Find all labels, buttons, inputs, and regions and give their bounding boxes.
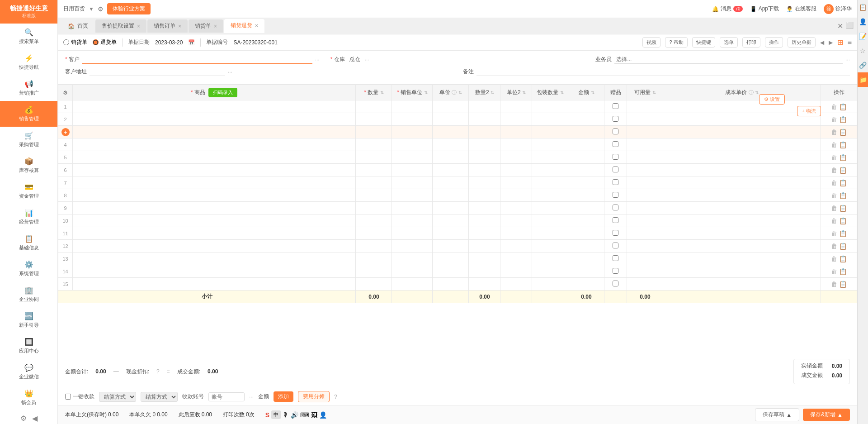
- fee-split-btn[interactable]: 费用分摊: [298, 391, 330, 402]
- tab-sales[interactable]: 销货单 ×: [189, 19, 223, 33]
- copy-row-9[interactable]: 📋: [839, 205, 847, 212]
- one-click-label[interactable]: 一键收款: [65, 393, 94, 400]
- list-icon[interactable]: ≡: [848, 38, 852, 47]
- sidebar-item-inventory[interactable]: 📦 库存核算: [0, 152, 57, 178]
- gift-check-9[interactable]: [613, 205, 618, 210]
- help-btn[interactable]: ? 帮助: [665, 37, 687, 48]
- gift-check-11[interactable]: [613, 230, 618, 236]
- task4-icon[interactable]: 🖼: [311, 411, 317, 419]
- right-icon-5[interactable]: 🔗: [857, 58, 868, 72]
- topbar-settings-icon[interactable]: ⚙: [98, 5, 104, 13]
- copy-row-15[interactable]: 📋: [839, 281, 847, 288]
- delete-row-8[interactable]: 🗑: [831, 192, 837, 199]
- prev-icon[interactable]: ◀: [820, 39, 824, 46]
- trial-btn[interactable]: 体验行业方案: [107, 3, 151, 14]
- tab-close-sales[interactable]: ×: [214, 23, 217, 29]
- gift-check-10[interactable]: [613, 217, 618, 223]
- sidebar-item-weixin[interactable]: 💬 企业微信: [0, 359, 57, 385]
- radio-return[interactable]: 退货单: [93, 38, 117, 46]
- calc-method-select[interactable]: 结算方式: [141, 392, 178, 402]
- copy-row-6[interactable]: 📋: [839, 167, 847, 174]
- customer-input[interactable]: [82, 55, 312, 64]
- delete-row-6[interactable]: 🗑: [831, 167, 837, 174]
- settings-icon[interactable]: ⚙: [20, 414, 27, 423]
- sidebar-item-shortcut[interactable]: ⚡ 快捷导航: [0, 49, 57, 75]
- video-btn[interactable]: 视频: [642, 37, 660, 48]
- gift-check-15[interactable]: [613, 281, 618, 286]
- app-download-btn[interactable]: 📱 App下载: [750, 5, 779, 13]
- delete-row-11[interactable]: 🗑: [831, 230, 837, 237]
- sidebar-item-finance[interactable]: 💳 资金管理: [0, 178, 57, 204]
- copy-row-11[interactable]: 📋: [839, 230, 847, 237]
- gift-check-13[interactable]: [613, 255, 618, 261]
- task1-icon[interactable]: 🎙: [283, 411, 289, 419]
- task3-icon[interactable]: ⌨: [300, 411, 309, 419]
- window-close-btn[interactable]: ✕: [837, 22, 843, 30]
- payment-method-select[interactable]: 结算方式: [99, 392, 136, 402]
- delete-row-13[interactable]: 🗑: [831, 255, 837, 262]
- delete-row-10[interactable]: 🗑: [831, 217, 837, 224]
- tab-sales-order[interactable]: 销售订单 ×: [147, 19, 188, 33]
- pinyin-icon[interactable]: 中: [271, 410, 281, 419]
- remark-input[interactable]: [476, 67, 850, 76]
- account-select-btn[interactable]: ···: [249, 394, 254, 400]
- tab-close-sales-order[interactable]: ×: [178, 23, 181, 29]
- copy-row-4[interactable]: 📋: [839, 141, 847, 148]
- tab-close-price[interactable]: ×: [137, 23, 140, 29]
- gift-check-3[interactable]: [613, 129, 618, 134]
- gift-check-7[interactable]: [613, 179, 618, 185]
- delete-row-15[interactable]: 🗑: [831, 281, 837, 288]
- grid-icon[interactable]: ⊞: [837, 38, 843, 47]
- address-select-btn[interactable]: ···: [228, 69, 232, 75]
- one-click-check[interactable]: [65, 394, 71, 400]
- right-icon-6[interactable]: 📁: [858, 72, 868, 87]
- tab-close-return[interactable]: ×: [255, 23, 258, 29]
- fee-help-icon[interactable]: ?: [334, 394, 337, 400]
- gift-check-14[interactable]: [613, 268, 618, 274]
- operate-btn[interactable]: 操作: [765, 37, 783, 48]
- save-draft-btn[interactable]: 保存草稿 ▲: [755, 408, 799, 421]
- sidebar-item-operations[interactable]: 📊 经营管理: [0, 204, 57, 230]
- product-input-3[interactable]: [75, 129, 353, 135]
- tab-home[interactable]: 🏠 首页: [61, 19, 94, 33]
- tab-price-settings[interactable]: 售价提取设置 ×: [95, 19, 146, 33]
- logistics-btn[interactable]: + 物流: [797, 106, 821, 116]
- sidebar-item-sales[interactable]: 💰 销售管理: [0, 101, 57, 127]
- gift-check-4[interactable]: [613, 141, 618, 147]
- window-max-btn[interactable]: ⬜: [846, 22, 854, 30]
- sidebar-item-search[interactable]: 🔍 搜索菜单: [0, 24, 57, 49]
- task2-icon[interactable]: 🔊: [291, 411, 298, 419]
- delete-row-14[interactable]: 🗑: [831, 268, 837, 275]
- gift-check-1[interactable]: [613, 103, 618, 109]
- copy-row-1[interactable]: 📋: [839, 103, 847, 110]
- sidebar-item-guide[interactable]: 🆕 新手引导: [0, 307, 57, 333]
- save-new-btn[interactable]: 保存&新增 ▲: [803, 409, 850, 421]
- gift-check-2[interactable]: [613, 116, 618, 122]
- sidebar-item-basics[interactable]: 📋 基础信息: [0, 230, 57, 256]
- delete-row-2[interactable]: 🗑: [831, 116, 837, 123]
- sidebar-item-apps[interactable]: 🔲 应用中心: [0, 333, 57, 359]
- shortcut-btn[interactable]: 快捷键: [692, 37, 715, 48]
- delete-row-9[interactable]: 🗑: [831, 205, 837, 212]
- history-btn[interactable]: 历史单据: [788, 37, 816, 48]
- date-value[interactable]: 2023-03-20: [155, 39, 183, 46]
- delete-row-12[interactable]: 🗑: [831, 243, 837, 250]
- copy-row-14[interactable]: 📋: [839, 268, 847, 275]
- sidebar-item-marketing[interactable]: 📢 营销推广: [0, 75, 57, 101]
- copy-row-2[interactable]: 📋: [839, 116, 847, 123]
- num-value[interactable]: SA-20230320-001: [233, 39, 277, 46]
- task5-icon[interactable]: 👤: [319, 411, 327, 419]
- chevron-down-icon[interactable]: ▼: [89, 6, 94, 12]
- copy-row-10[interactable]: 📋: [839, 217, 847, 224]
- address-input[interactable]: [90, 67, 225, 76]
- messages-btn[interactable]: 🔔 消息 70: [712, 5, 743, 13]
- delete-row-4[interactable]: 🗑: [831, 141, 837, 148]
- collapse-icon[interactable]: ◀: [32, 414, 38, 423]
- right-icon-3[interactable]: 📝: [857, 29, 868, 43]
- gift-check-5[interactable]: [613, 154, 618, 160]
- th-settings[interactable]: ⚙: [58, 85, 73, 100]
- sidebar-item-purchase[interactable]: 🛒 采购管理: [0, 127, 57, 152]
- online-service-btn[interactable]: 👨‍💼 在线客服: [786, 5, 816, 13]
- daily-category[interactable]: 日用百货: [63, 5, 85, 13]
- copy-row-13[interactable]: 📋: [839, 255, 847, 262]
